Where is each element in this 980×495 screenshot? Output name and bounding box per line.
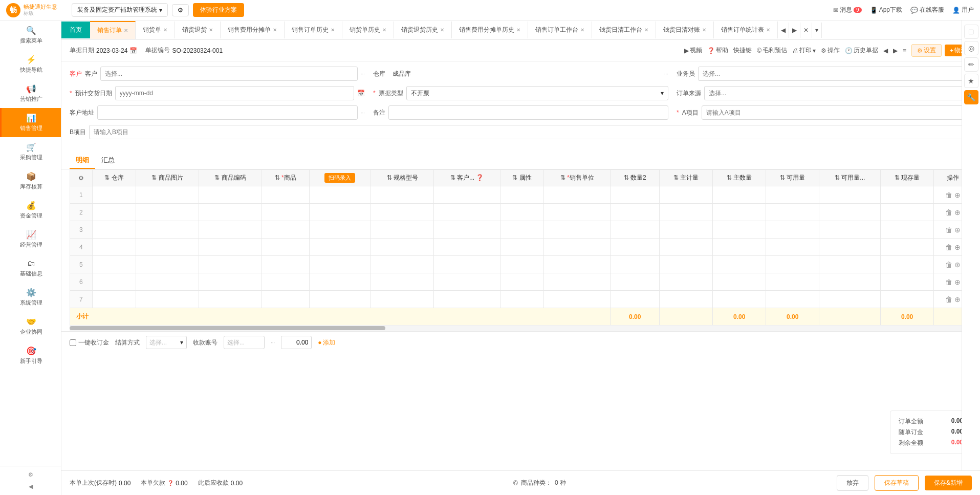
cell-avail-qty[interactable] <box>766 186 819 204</box>
tab-sales-stats[interactable]: 销售订单统计表 ✕ <box>714 21 778 38</box>
tab-close-icon[interactable]: ✕ <box>382 27 386 33</box>
discard-button[interactable]: 放弃 <box>837 475 868 491</box>
cell-cust-code[interactable] <box>434 186 500 204</box>
cell-sales-unit[interactable] <box>544 186 611 204</box>
scan-btn[interactable]: 扫码录入 <box>324 173 355 183</box>
float-btn-5[interactable]: 🔧 <box>964 90 978 104</box>
tab-order-workbench[interactable]: 销售订单工作台 ✕ <box>528 21 592 38</box>
customer-more-btn[interactable]: ··· <box>361 71 365 77</box>
tab-close-icon[interactable]: ✕ <box>331 27 335 33</box>
sidebar-item-guide[interactable]: 🎯 新手引导 <box>0 341 61 370</box>
float-btn-1[interactable]: □ <box>964 25 978 39</box>
payment-method-select[interactable]: 选择... ▾ <box>146 336 187 349</box>
sidebar-item-quick-nav[interactable]: ⚡ 快捷导航 <box>0 50 61 79</box>
copy-row-icon[interactable]: ⊕ <box>954 226 961 234</box>
list-view-btn[interactable]: ≡ <box>903 47 906 54</box>
tab-sales-return[interactable]: 销货单 ✕ <box>136 21 175 38</box>
tab-close-icon[interactable]: ✕ <box>580 27 584 33</box>
customer-addr-input[interactable] <box>97 105 358 120</box>
invoice-type-select[interactable]: 不开票 ▾ <box>406 86 668 100</box>
help-btn[interactable]: ❓ 帮助 <box>707 46 728 55</box>
tab-close-icon[interactable]: ✕ <box>702 27 706 33</box>
tab-expense-history[interactable]: 销售费用分摊单历史 ✕ <box>452 21 528 38</box>
tab-detail[interactable]: 明细 <box>70 153 95 169</box>
tab-close-icon[interactable]: ✕ <box>124 28 128 33</box>
cell-product-img[interactable] <box>136 186 199 204</box>
settings-btn[interactable]: ⚙ <box>172 4 189 16</box>
copy-row-icon[interactable]: ⊕ <box>954 295 961 304</box>
delivery-date-input[interactable] <box>115 86 354 100</box>
delete-row-icon[interactable]: 🗑 <box>945 261 952 269</box>
operations-btn[interactable]: ⚙ 操作 <box>821 46 840 55</box>
sidebar-item-system[interactable]: ⚙️ 系统管理 <box>0 283 61 312</box>
tab-return-history[interactable]: 销货单历史 ✕ <box>342 21 394 38</box>
sidebar-item-search-menu[interactable]: 🔍 搜索菜单 <box>0 20 61 50</box>
sidebar-item-sales[interactable]: 📊 销售管理 <box>0 108 61 137</box>
tab-sales-order[interactable]: 销售订单 ✕ <box>90 21 136 39</box>
b-project-input[interactable] <box>89 125 972 139</box>
cell-main-qty[interactable] <box>713 186 766 204</box>
user-avatar[interactable]: 👤 用户 <box>952 6 974 14</box>
shortcut-btn[interactable]: 快捷键 <box>733 46 752 55</box>
delete-row-icon[interactable]: 🗑 <box>945 226 952 234</box>
cell-spec[interactable] <box>371 186 434 204</box>
sidebar-item-marketing[interactable]: 📢 营销推广 <box>0 79 61 108</box>
tab-close-all-btn[interactable]: ✕ <box>800 23 812 38</box>
cell-avail-qty2[interactable] <box>819 186 881 204</box>
copy-row-icon[interactable]: ⊕ <box>954 243 961 251</box>
copy-row-icon[interactable]: ⊕ <box>954 278 961 286</box>
warehouse-more-btn[interactable]: ··· <box>664 71 668 77</box>
payment-amount-input[interactable] <box>281 336 312 349</box>
sidebar-item-finance[interactable]: 💰 资金管理 <box>0 196 61 225</box>
add-payment-btn[interactable]: ● 添加 <box>318 338 335 347</box>
cell-attr[interactable] <box>500 186 543 204</box>
sidebar-collapse-btn[interactable]: ◀ <box>29 483 33 490</box>
th-settings[interactable]: ⚙ <box>70 170 93 186</box>
account-more-btn[interactable]: ··· <box>271 340 275 346</box>
history-btn[interactable]: 🕐 历史单据 <box>845 46 878 55</box>
tab-close-icon[interactable]: ✕ <box>209 27 213 33</box>
save-new-button[interactable]: 保存&新增 <box>925 476 972 490</box>
calendar2-icon[interactable]: 📅 <box>357 90 365 97</box>
customer-addr-more-btn[interactable]: ··· <box>361 110 365 116</box>
order-source-input[interactable] <box>704 86 965 100</box>
delete-row-icon[interactable]: 🗑 <box>945 191 952 199</box>
system-selector[interactable]: 装备及固定资产辅助管理系统 ▾ <box>72 3 168 17</box>
salesperson-input[interactable] <box>698 67 965 81</box>
a-project-input[interactable] <box>702 105 972 120</box>
app-download-btn[interactable]: 📱 App下载 <box>870 6 902 14</box>
tab-summary[interactable]: 汇总 <box>95 153 121 169</box>
tab-close-icon[interactable]: ✕ <box>644 27 648 33</box>
sidebar-item-inventory[interactable]: 📦 库存核算 <box>0 166 61 196</box>
cell-main-unit[interactable] <box>660 186 713 204</box>
customer-input[interactable] <box>100 67 358 81</box>
sidebar-item-operations[interactable]: 📈 经营管理 <box>0 225 61 254</box>
cell-product-name[interactable] <box>262 186 309 204</box>
next-record-btn[interactable]: ▶ <box>893 47 898 54</box>
copy-row-icon[interactable]: ⊕ <box>954 261 961 269</box>
float-btn-4[interactable]: ★ <box>964 74 978 88</box>
tab-prev-btn[interactable]: ◀ <box>778 23 789 38</box>
tab-close-icon[interactable]: ✕ <box>516 27 520 33</box>
print-btn[interactable]: 🖨 打印 ▾ <box>792 46 816 55</box>
settings-panel-btn[interactable]: ⚙ 保存草稿 设置 <box>911 44 942 57</box>
tab-order-history[interactable]: 销售订单历史 ✕ <box>285 21 342 38</box>
sidebar-settings-btn[interactable]: ⚙ <box>28 471 33 478</box>
tab-sales-returns[interactable]: 销货退货 ✕ <box>175 21 221 38</box>
table-settings-icon[interactable]: ⚙ <box>78 175 84 182</box>
copy-row-icon[interactable]: ⊕ <box>954 208 961 217</box>
prev-record-btn[interactable]: ◀ <box>883 47 888 54</box>
view-btn[interactable]: ▶ 视频 <box>684 46 702 55</box>
tab-credit-check[interactable]: 钱货日清对账 ✕ <box>656 21 714 38</box>
message-btn[interactable]: ✉ 消息 9 <box>833 6 862 14</box>
th-scan-entry[interactable]: 扫码录入 <box>309 170 371 186</box>
cell-warehouse[interactable] <box>92 186 136 204</box>
sidebar-item-purchase[interactable]: 🛒 采购管理 <box>0 137 61 166</box>
sidebar-item-base-info[interactable]: 🗂 基础信息 <box>0 254 61 283</box>
solution-button[interactable]: 体验行业方案 <box>193 3 244 17</box>
delete-row-icon[interactable]: 🗑 <box>945 278 952 286</box>
tab-credit-daily[interactable]: 钱货日清工作台 ✕ <box>592 21 656 38</box>
sidebar-item-enterprise[interactable]: 🤝 企业协同 <box>0 312 61 341</box>
cell-qty2[interactable] <box>611 186 660 204</box>
tab-close-icon[interactable]: ✕ <box>273 27 277 33</box>
